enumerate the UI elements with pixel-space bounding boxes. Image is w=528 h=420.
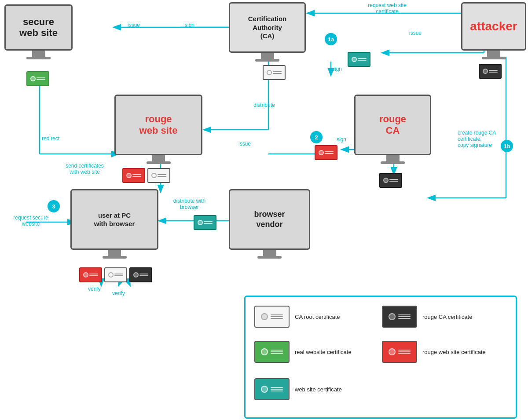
label-verify-2: verify — [112, 290, 125, 296]
ca-label: CertificationAuthority(CA) — [248, 15, 287, 40]
ca-node: CertificationAuthority(CA) — [229, 2, 306, 62]
label-sign: sign — [185, 22, 194, 28]
secure-site-cert — [26, 71, 49, 86]
attacker-cert — [479, 64, 502, 79]
label-redirect: redirect — [42, 135, 59, 142]
ca-root-cert-1 — [263, 65, 286, 80]
badge-1b: 1b — [501, 140, 513, 152]
browser-vendor-cert — [194, 215, 216, 230]
label-request-secure: request securewebsite — [4, 215, 57, 227]
label-issue-attacker: issue — [409, 30, 422, 36]
rouge-site-cert-white — [147, 168, 170, 183]
badge-3: 3 — [48, 200, 60, 212]
secure-web-site-node: secure web site — [4, 4, 73, 59]
browser-vendor-label: browservendor — [254, 209, 285, 230]
badge-1a: 1a — [325, 33, 337, 45]
label-send-certs: send certificateswith web site — [53, 163, 117, 175]
cert-1a — [348, 52, 370, 67]
legend-ca-root-label: CA root certificate — [295, 314, 340, 320]
user-cert-dark — [129, 267, 152, 282]
label-distribute-browser: distribute withbrowser — [162, 198, 217, 210]
user-cert-red — [79, 267, 102, 282]
label-issue: issue — [128, 22, 140, 28]
label-create-rouge-ca: create rouge CAcertificate,copy signatur… — [458, 130, 526, 148]
rouge-site-cert-red — [122, 168, 145, 183]
legend-item-real-web: real website certificate — [254, 341, 352, 363]
attacker-label: attacker — [470, 19, 517, 33]
rouge-ca-node: rougeCA — [354, 95, 431, 164]
legend-item-web-site: web site certificate — [254, 378, 342, 400]
attacker-node: attacker — [461, 2, 526, 59]
cert-2 — [315, 145, 337, 160]
legend-web-site-label: web site certificate — [295, 386, 342, 393]
rouge-web-site-node: rougeweb site — [114, 95, 202, 164]
label-sign-2: sign — [337, 136, 346, 142]
label-issue-rouge: issue — [238, 141, 251, 147]
user-pc-label: user at PCwith browser — [94, 211, 135, 228]
legend-box: CA root certificate rouge CA certificate… — [244, 296, 517, 419]
user-pc-node: user at PCwith browser — [70, 189, 158, 259]
secure-web-site-label: secure web site — [19, 17, 58, 38]
rouge-ca-label: rougeCA — [379, 113, 406, 137]
legend-rouge-ca-label: rouge CA certificate — [422, 314, 472, 320]
rouge-ca-cert — [379, 173, 402, 188]
label-distribute: distribute — [253, 102, 275, 108]
rouge-web-site-label: rougeweb site — [139, 113, 178, 137]
legend-item-rouge-ca: rouge CA certificate — [382, 306, 472, 328]
user-cert-white — [104, 267, 127, 282]
label-request-cert: request web sitecertificate — [356, 2, 418, 15]
legend-item-rouge-web: rouge web site certificate — [382, 341, 486, 363]
browser-vendor-node: browservendor — [229, 189, 310, 259]
legend-rouge-web-label: rouge web site certificate — [422, 349, 486, 355]
label-verify-1: verify — [88, 286, 101, 292]
badge-2: 2 — [310, 131, 323, 143]
legend-real-web-label: real website certificate — [295, 349, 352, 355]
label-sign-rouge: sign — [332, 66, 342, 72]
legend-item-ca-root: CA root certificate — [254, 306, 340, 328]
diagram: secure web site CertificationAuthority(C… — [0, 0, 528, 420]
